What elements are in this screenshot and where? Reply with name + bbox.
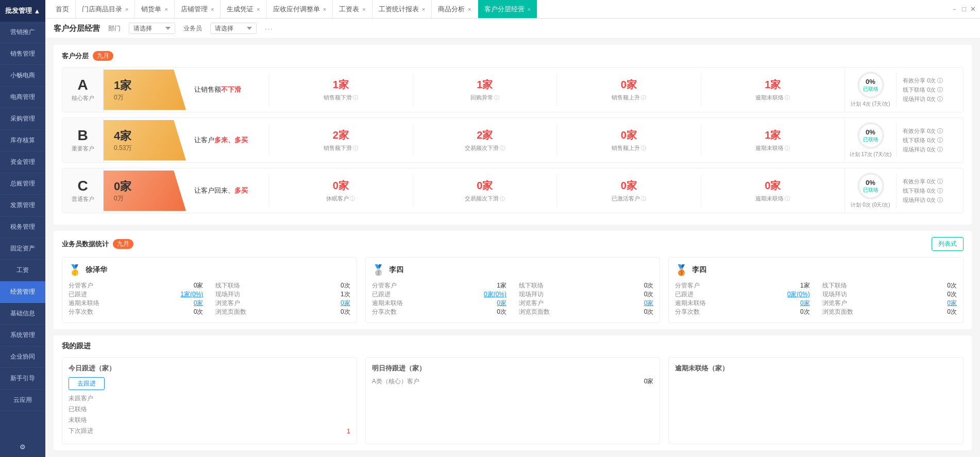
tier-slogan-highlight: 不下滑 — [221, 86, 241, 93]
tier-row-A: A 核心客户 1家 0万 让销售额不下滑 1家 销售额下滑 ⓘ 1家 回购异常 … — [62, 67, 964, 112]
sidebar-item-工资[interactable]: 工资 — [0, 260, 45, 281]
sidebar-item-基础信息[interactable]: 基础信息 — [0, 303, 45, 325]
staff-medal-icon: 🥇 — [69, 264, 81, 276]
window-close-icon[interactable]: ✕ — [970, 5, 976, 13]
staff-stat-label: 逾期未联络 — [69, 299, 99, 308]
staff-stats: 分管客户 1家 已跟进 0家(0%) 逾期未联络 0家 分享次数 0次 线下联络… — [675, 281, 957, 316]
sidebar-item-税务管理[interactable]: 税务管理 — [0, 216, 45, 238]
sidebar-item-新手引导[interactable]: 新手引导 — [0, 368, 45, 390]
tab-close-icon[interactable]: × — [164, 6, 167, 12]
staff-stat-val[interactable]: 0家 — [644, 299, 654, 308]
window-minimize-icon[interactable]: － — [951, 5, 958, 14]
dept-select[interactable]: 请选择 — [129, 23, 175, 34]
tier-count-sub: 0万 — [114, 93, 176, 102]
staff-stats-left: 分管客户 0家 已跟进 1家(0%) 逾期未联络 0家 分享次数 0次 — [69, 281, 203, 316]
staff-stat-val[interactable]: 0家 — [947, 299, 957, 308]
tab-close-icon[interactable]: × — [125, 6, 128, 12]
staff-stat-row: 浏览客户 0家 — [215, 299, 350, 308]
sidebar-item-小畅电商[interactable]: 小畅电商 — [0, 65, 45, 87]
tier-stat-num: 0家 — [621, 78, 637, 92]
tier-stat-num: 0家 — [333, 179, 349, 193]
tab-商品分析[interactable]: 商品分析× — [432, 0, 478, 18]
right-info-item: 线下联络 0次 ⓘ — [903, 137, 957, 144]
tab-店铺管理[interactable]: 店铺管理× — [175, 0, 221, 18]
sidebar-item-销售管理[interactable]: 销售管理 — [0, 43, 45, 65]
tier-stat-label: 逾期未联络 ⓘ — [755, 94, 790, 101]
staff-stat-row: 已跟进 1家(0%) — [69, 290, 203, 299]
tab-close-icon[interactable]: × — [362, 6, 365, 12]
follow-btn[interactable]: 去跟进 — [69, 377, 105, 390]
sidebar-item-经营管理[interactable]: 经营管理 — [0, 281, 45, 303]
tab-close-icon[interactable]: × — [211, 6, 214, 12]
staff-stats-right: 线下联络 0次 现场拜访 0次 浏览客户 0家 浏览页面数 0次 — [519, 281, 653, 316]
sidebar-item-电商管理[interactable]: 电商管理 — [0, 87, 45, 108]
follow-row: 未联络 — [69, 416, 350, 425]
window-maximize-icon[interactable]: □ — [962, 5, 966, 13]
tier-stat-label: 交易频次下滑 ⓘ — [465, 195, 505, 202]
tab-生成凭证[interactable]: 生成凭证× — [221, 0, 266, 18]
follow-card-title: 明日待跟进（家） — [372, 364, 654, 373]
right-info-item: 有效分享 0次 ⓘ — [903, 127, 957, 135]
tab-close-icon[interactable]: × — [422, 6, 425, 12]
tab-首页[interactable]: 首页 — [49, 0, 76, 18]
staff-name: 徐泽华 — [86, 265, 107, 275]
tab-close-icon[interactable]: × — [468, 6, 471, 12]
staff-stat-val: 0次 — [947, 281, 957, 290]
sidebar-title: 批发管理 — [5, 6, 32, 15]
tier-stat: 1家 逾期未联络 ⓘ — [701, 124, 845, 156]
sidebar-header[interactable]: 批发管理 ▲ — [0, 0, 45, 22]
sidebar-item-资金管理[interactable]: 资金管理 — [0, 151, 45, 173]
staff-stat-val[interactable]: 0家 — [341, 299, 350, 308]
tab-工资表[interactable]: 工资表× — [333, 0, 372, 18]
tab-close-icon[interactable]: × — [323, 6, 326, 12]
tab-close-icon[interactable]: × — [528, 6, 531, 12]
staff-stat-val[interactable]: 0家 — [194, 299, 204, 308]
tab-工资统计报表[interactable]: 工资统计报表× — [373, 0, 432, 18]
tab-close-icon[interactable]: × — [257, 6, 260, 12]
staff-stat-label: 分享次数 — [372, 308, 397, 316]
sidebar-item-企业协同[interactable]: 企业协同 — [0, 346, 45, 368]
circle-sub: 计划 4次 (7天/次) — [851, 100, 890, 108]
tab-应收应付调整单[interactable]: 应收应付调整单× — [267, 0, 333, 18]
staff-stat-row: 浏览客户 0家 — [519, 299, 653, 308]
staff-select[interactable]: 请选择 — [210, 23, 257, 34]
sidebar-item-库存核算[interactable]: 库存核算 — [0, 130, 45, 151]
sidebar-item-固定资产[interactable]: 固定资产 — [0, 238, 45, 260]
sidebar-item-营销推广[interactable]: 营销推广 — [0, 22, 45, 43]
tab-销货单[interactable]: 销货单× — [135, 0, 174, 18]
customer-section-header: 客户分层 九月 — [62, 51, 964, 61]
staff-stat-val[interactable]: 0家 — [497, 299, 506, 308]
right-info-item: 现场拜访 0次 ⓘ — [903, 146, 957, 154]
staff-stat-val[interactable]: 0家(0%) — [787, 290, 810, 299]
sidebar-item-采购管理[interactable]: 采购管理 — [0, 108, 45, 130]
right-info-item: 线下联络 0次 ⓘ — [903, 86, 957, 94]
more-options-icon[interactable]: ··· — [265, 25, 274, 32]
sidebar-item-系统管理[interactable]: 系统管理 — [0, 325, 45, 346]
staff-name-row: 🥈 李四 — [372, 264, 654, 276]
tier-stat-num: 0家 — [765, 179, 781, 193]
staff-stat-row: 现场拜访 0次 — [519, 290, 653, 299]
staff-stat-val[interactable]: 1家(0%) — [180, 290, 203, 299]
tier-stat-num: 2家 — [477, 128, 493, 142]
list-view-button[interactable]: 列表式 — [932, 237, 964, 251]
tier-letter: B — [77, 128, 88, 143]
tab-客户分层经营[interactable]: 客户分层经营× — [478, 0, 537, 18]
staff-stat-val: 0次 — [800, 308, 810, 316]
staff-stat-val[interactable]: 0家 — [800, 299, 810, 308]
sidebar-item-总账管理[interactable]: 总账管理 — [0, 173, 45, 195]
tier-main: 4家 0.53万 让客户多来、多买 2家 销售额下滑 ⓘ 2家 交易频次下滑 ⓘ… — [104, 118, 963, 162]
staff-stat-val[interactable]: 0家(0%) — [484, 290, 506, 299]
tier-stat-num: 1家 — [765, 78, 781, 92]
sidebar-item-云应用[interactable]: 云应用 — [0, 390, 45, 411]
main-area: 首页门店商品目录×销货单×店铺管理×生成凭证×应收应付调整单×工资表×工资统计报… — [45, 0, 980, 457]
staff-stat-row: 已跟进 0家(0%) — [675, 290, 809, 299]
sidebar-settings[interactable]: ⚙ — [0, 437, 45, 457]
tier-row-B: B 重要客户 4家 0.53万 让客户多来、多买 2家 销售额下滑 ⓘ 2家 交… — [62, 117, 964, 163]
tab-门店商品目录[interactable]: 门店商品目录× — [76, 0, 135, 18]
tier-slogan-highlight: 多来、多买 — [214, 136, 248, 144]
sidebar-item-发票管理[interactable]: 发票管理 — [0, 195, 45, 216]
tier-stat: 2家 交易频次下滑 ⓘ — [413, 124, 557, 156]
staff-section-title: 业务员数据统计 九月 — [62, 239, 133, 249]
tier-count-box: 1家 0万 — [104, 70, 186, 110]
staff-card-2: 🥉 李四 分管客户 1家 已跟进 0家(0%) 逾期未联络 0家 分享次数 0次… — [668, 257, 964, 323]
